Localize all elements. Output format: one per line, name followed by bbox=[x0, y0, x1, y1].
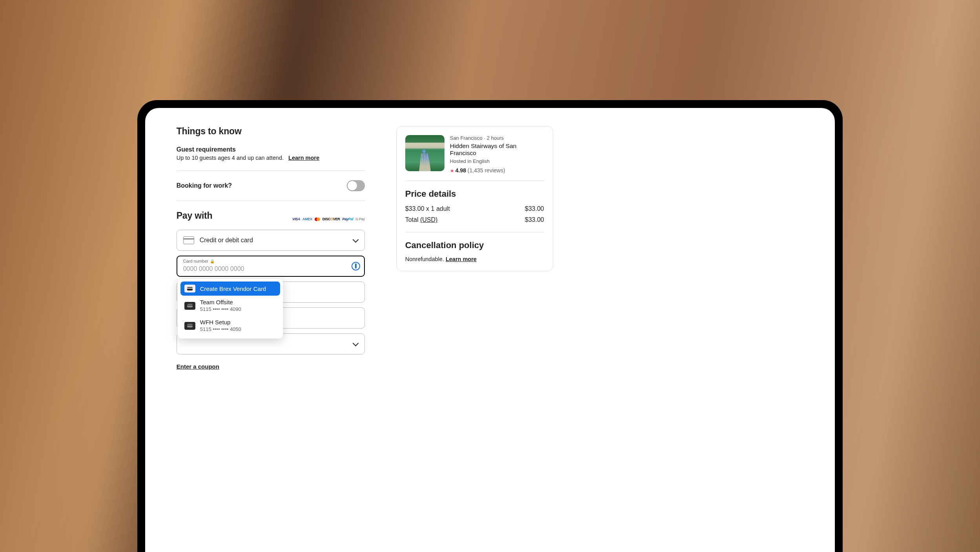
cancellation-text: Nonrefundable. Learn more bbox=[405, 256, 544, 262]
onepassword-icon[interactable] bbox=[352, 262, 360, 271]
total-line: Total (USD) $33.00 bbox=[405, 216, 544, 223]
saved-card-name: WFH Setup bbox=[200, 319, 241, 326]
chevron-down-icon bbox=[353, 238, 358, 243]
rating-row: ★4.98 (1,435 reviews) bbox=[450, 167, 544, 174]
card-number-input[interactable]: Card number 🔒 0000 0000 0000 0000 Create… bbox=[177, 256, 365, 277]
payment-method-select[interactable]: Credit or debit card bbox=[177, 230, 365, 251]
listing-hosted: Hosted in English bbox=[450, 158, 544, 164]
saved-card-mask: 5115 •••• •••• 4050 bbox=[200, 326, 241, 333]
reviews-count: (1,435 reviews) bbox=[468, 167, 505, 174]
rating-value: 4.98 bbox=[455, 167, 466, 174]
mastercard-icon bbox=[315, 218, 320, 221]
guest-requirements-body: Up to 10 guests ages 4 and up can attend… bbox=[177, 155, 284, 161]
total-label: Total (USD) bbox=[405, 216, 438, 223]
saved-card-option[interactable]: WFH Setup 5115 •••• •••• 4050 bbox=[180, 316, 280, 336]
saved-card-option[interactable]: Team Offsite 5115 •••• •••• 4090 bbox=[180, 296, 280, 316]
cancellation-heading: Cancellation policy bbox=[405, 240, 544, 250]
create-brex-card-label: Create Brex Vendor Card bbox=[200, 285, 266, 292]
card-icon bbox=[183, 236, 194, 244]
listing-title: Hidden Stairways of San Francisco bbox=[450, 143, 544, 157]
gpay-icon: G Pay bbox=[355, 217, 365, 221]
paypal-icon: PayPal bbox=[342, 217, 353, 221]
screen: Things to know Guest requirements Up to … bbox=[145, 108, 835, 552]
price-line: $33.00 x 1 adult $33.00 bbox=[405, 205, 544, 212]
discover-icon: DISCOVER bbox=[322, 217, 340, 221]
card-number-label: Card number 🔒 bbox=[183, 259, 215, 263]
star-icon: ★ bbox=[450, 168, 454, 174]
price-unit-label: $33.00 x 1 adult bbox=[405, 205, 450, 212]
right-column: San Francisco · 2 hours Hidden Stairways… bbox=[396, 126, 553, 552]
card-number-placeholder: 0000 0000 0000 0000 bbox=[183, 265, 358, 272]
enter-coupon-link[interactable]: Enter a coupon bbox=[177, 363, 219, 370]
guest-requirements-heading: Guest requirements bbox=[177, 146, 365, 153]
card-icon bbox=[184, 285, 195, 292]
listing-row: San Francisco · 2 hours Hidden Stairways… bbox=[405, 135, 544, 174]
device-frame: Things to know Guest requirements Up to … bbox=[137, 100, 843, 552]
booking-summary-card: San Francisco · 2 hours Hidden Stairways… bbox=[396, 126, 553, 271]
divider bbox=[177, 201, 365, 201]
divider bbox=[177, 170, 365, 171]
amex-icon: AMEX bbox=[302, 217, 312, 221]
payment-method-label: Credit or debit card bbox=[200, 237, 347, 244]
lock-icon: 🔒 bbox=[210, 259, 215, 263]
saved-card-name: Team Offsite bbox=[200, 299, 241, 306]
create-brex-card-option[interactable]: Create Brex Vendor Card bbox=[180, 281, 280, 296]
card-autofill-dropdown: Create Brex Vendor Card Team Offsite 511… bbox=[177, 278, 283, 339]
left-column: Things to know Guest requirements Up to … bbox=[177, 126, 365, 552]
chevron-down-icon bbox=[353, 341, 358, 347]
price-details-heading: Price details bbox=[405, 189, 544, 199]
payment-brand-strip: VISA AMEX DISCOVER PayPal G Pay bbox=[292, 217, 365, 221]
listing-meta: San Francisco · 2 hours bbox=[450, 135, 544, 141]
pay-with-heading: Pay with bbox=[177, 210, 213, 221]
toggle-knob bbox=[348, 181, 357, 190]
divider bbox=[405, 181, 544, 181]
saved-card-mask: 5115 •••• •••• 4090 bbox=[200, 306, 241, 313]
total-amount: $33.00 bbox=[525, 216, 544, 223]
visa-icon: VISA bbox=[292, 217, 300, 221]
booking-for-work-toggle[interactable] bbox=[347, 180, 365, 191]
card-icon bbox=[184, 302, 195, 310]
guest-requirements-text: Up to 10 guests ages 4 and up can attend… bbox=[177, 155, 365, 161]
price-unit-amount: $33.00 bbox=[525, 205, 544, 212]
booking-for-work-label: Booking for work? bbox=[177, 182, 232, 189]
currency-link[interactable]: (USD) bbox=[420, 216, 437, 223]
card-icon bbox=[184, 322, 195, 330]
divider bbox=[405, 232, 544, 232]
listing-thumbnail bbox=[405, 135, 444, 171]
cancellation-learn-more-link[interactable]: Learn more bbox=[446, 256, 477, 262]
things-to-know-heading: Things to know bbox=[177, 126, 365, 137]
guest-requirements-learn-more-link[interactable]: Learn more bbox=[288, 155, 319, 161]
